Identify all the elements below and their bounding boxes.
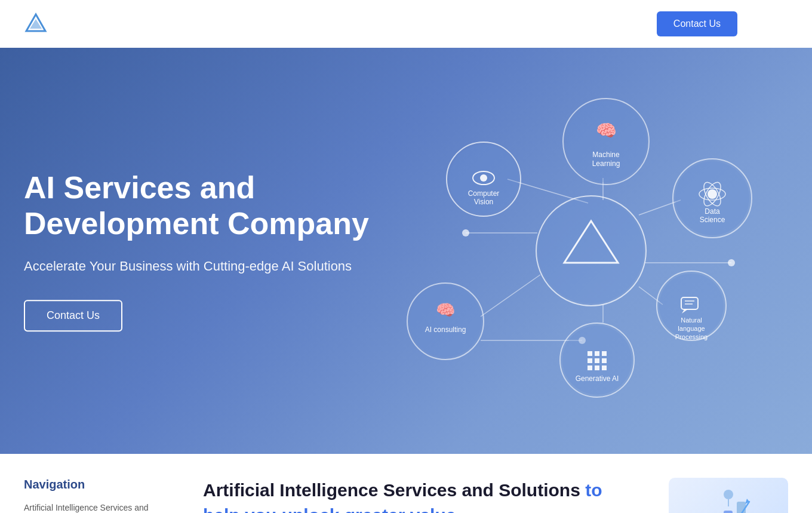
thumbnail-illustration [693, 484, 764, 513]
svg-line-2 [508, 179, 588, 203]
svg-point-30 [708, 189, 717, 199]
nav-sidebar-title: Navigation [24, 478, 179, 492]
hero-title: AI Services and Development Company [24, 170, 370, 242]
svg-rect-49 [602, 351, 607, 356]
navbar: Ai Superior Home Company ▾ Services ▾ So… [0, 0, 812, 48]
nav-sidebar: Navigation Artificial Intelligence Servi… [24, 478, 179, 513]
svg-text:Science: Science [700, 216, 725, 224]
svg-text:Machine: Machine [592, 150, 620, 159]
nav-link-projects[interactable]: Projects [497, 19, 531, 29]
logo-icon [24, 12, 48, 36]
svg-rect-55 [602, 365, 607, 370]
chevron-down-icon: ▾ [337, 21, 340, 28]
svg-point-24 [565, 101, 647, 182]
svg-rect-50 [588, 358, 592, 363]
nav-link-services[interactable]: Services ▾ [362, 19, 407, 29]
nav-link-solutions[interactable]: Solutions ▾ [428, 19, 475, 29]
ai-diagram: Computer Vision 🧠 Machine Learning Data … [382, 48, 812, 454]
svg-rect-51 [595, 358, 599, 363]
svg-rect-52 [602, 358, 607, 363]
svg-text:language: language [678, 325, 705, 332]
svg-text:🧠: 🧠 [596, 121, 617, 140]
svg-text:Generative AI: Generative AI [576, 374, 619, 383]
section-thumbnail [669, 478, 788, 513]
svg-text:🧠: 🧠 [436, 300, 456, 320]
language-select[interactable]: EN DE FR [747, 13, 788, 35]
diagram-container: Computer Vision 🧠 Machine Learning Data … [382, 48, 812, 454]
svg-rect-48 [595, 351, 599, 356]
nav-item-projects[interactable]: Projects [497, 19, 531, 29]
svg-rect-53 [588, 365, 592, 370]
nav-links: Home Company ▾ Services ▾ Solutions ▾ Pr… [244, 19, 531, 29]
svg-text:Processing: Processing [675, 333, 708, 340]
svg-text:AI consulting: AI consulting [425, 325, 466, 334]
svg-text:Computer: Computer [468, 189, 500, 198]
logo[interactable]: Ai Superior [24, 12, 118, 36]
nav-item-home[interactable]: Home [244, 19, 270, 29]
nav-item-services[interactable]: Services ▾ [362, 19, 407, 29]
hero-content: AI Services and Development Company Acce… [24, 170, 370, 331]
main-content: Artificial Intelligence Services and Sol… [203, 478, 645, 513]
navbar-right: Contact Us EN DE FR [657, 11, 788, 36]
svg-rect-54 [595, 365, 599, 370]
section-title: Artificial Intelligence Services and Sol… [203, 478, 621, 513]
nav-item-solutions[interactable]: Solutions ▾ [428, 19, 475, 29]
svg-point-15 [539, 198, 644, 303]
nav-item-company[interactable]: Company ▾ [291, 19, 340, 29]
svg-rect-63 [737, 502, 746, 513]
svg-line-9 [639, 287, 663, 305]
nav-sidebar-text: Artificial Intelligence Services and Sol… [24, 501, 179, 513]
chevron-down-icon: ▾ [404, 21, 407, 28]
contact-us-button[interactable]: Contact Us [657, 11, 737, 36]
nav-link-home[interactable]: Home [244, 19, 270, 31]
nav-link-company[interactable]: Company ▾ [291, 19, 340, 29]
svg-point-20 [480, 174, 487, 182]
svg-point-65 [724, 490, 733, 499]
svg-text:Learning: Learning [592, 159, 620, 168]
chevron-down-icon: ▾ [472, 21, 475, 28]
svg-rect-62 [724, 511, 733, 513]
svg-text:Vision: Vision [474, 198, 493, 206]
logo-text: Ai Superior [54, 17, 118, 31]
section-title-part1: Artificial Intelligence Services and Sol… [203, 480, 580, 500]
hero-subtitle: Accelerate Your Business with Cutting-ed… [24, 256, 370, 276]
hero-cta-button[interactable]: Contact Us [24, 300, 122, 331]
svg-line-11 [481, 275, 540, 317]
svg-text:Data: Data [705, 207, 720, 216]
svg-rect-47 [588, 351, 592, 356]
svg-point-58 [410, 285, 481, 357]
hero-section: AI Services and Development Company Acce… [0, 48, 812, 454]
svg-text:Natural: Natural [681, 317, 702, 324]
below-fold-section: Navigation Artificial Intelligence Servi… [0, 454, 812, 513]
